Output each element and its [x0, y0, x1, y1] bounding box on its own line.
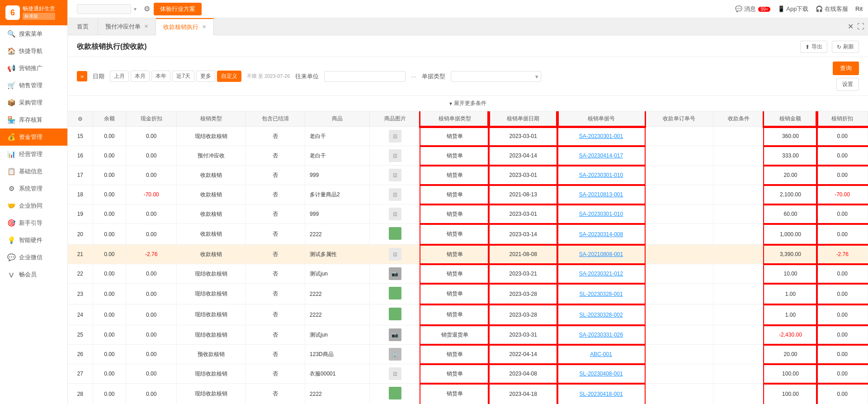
export-button[interactable]: ⬆ 导出 — [800, 41, 827, 53]
tab-prepayment-label: 预付冲应付单 — [105, 23, 141, 31]
date-btn-last-month[interactable]: 上月 — [110, 71, 129, 82]
tab-prepayment-close[interactable]: ✕ — [144, 24, 148, 29]
col-amount: 核销金额 — [764, 111, 817, 127]
date-options-group: 上月 本月 本年 近7天 更多 自定义 — [110, 71, 241, 82]
topbar-brand: ▾ — [73, 4, 140, 14]
row-type: 现结收款核销 — [177, 384, 245, 404]
row-payment-cond — [713, 384, 764, 404]
row-bill-no: SL-20230328-002 — [557, 304, 645, 325]
brand-input[interactable] — [77, 4, 131, 14]
row-goods-img — [369, 384, 420, 404]
online-service-link[interactable]: 🎧 在线客服 — [816, 5, 848, 13]
header-actions: ⬆ 导出 ↻ 刷新 — [800, 41, 859, 53]
query-button[interactable]: 查询 — [833, 62, 859, 75]
row-order-no — [645, 264, 713, 284]
partner-input[interactable] — [324, 71, 406, 82]
sidebar-item-marketing[interactable]: 📢 营销推广 — [0, 60, 67, 77]
settings-icon[interactable]: ⚙ — [144, 5, 150, 13]
sidebar-label-marketing: 营销推广 — [19, 64, 42, 72]
date-btn-custom[interactable]: 自定义 — [217, 71, 241, 82]
row-cash-discount: 0.00 — [126, 264, 177, 284]
sidebar-item-wechat[interactable]: 💬 企业微信 — [0, 249, 67, 266]
row-balance: 0.00 — [93, 166, 126, 185]
sidebar-item-nav[interactable]: 🏠 快捷导航 — [0, 43, 67, 60]
date-btn-more[interactable]: 更多 — [196, 71, 215, 82]
tab-expand-button[interactable]: ⛶ — [857, 23, 864, 31]
sidebar-item-finance[interactable]: 💰 资金管理 — [0, 128, 67, 146]
export-icon: ⬆ — [805, 44, 810, 50]
row-bill-type: 销货单 — [420, 284, 489, 304]
row-no: 28 — [68, 384, 93, 404]
row-goods: 999 — [305, 166, 370, 185]
partner-label: 往来单位 — [295, 72, 319, 81]
row-payment-cond — [713, 127, 764, 146]
sidebar-item-system[interactable]: ⚙ 系统管理 — [0, 180, 67, 197]
row-bill-date: 2021-08-13 — [489, 185, 557, 204]
sidebar-item-collab[interactable]: 🤝 企业协同 — [0, 197, 67, 214]
user-name[interactable]: Rit — [855, 5, 863, 12]
row-order-no — [645, 364, 713, 384]
col-bill-type: 核销单据类型 — [420, 111, 489, 127]
row-discount: 0.00 — [817, 304, 868, 325]
filter-toggle-button[interactable]: » — [77, 71, 87, 81]
table-header-row: ⚙ 余额 现金折扣 核销类型 包含已结清 商品 商品图片 核销单据类型 核销单据… — [68, 111, 868, 127]
date-btn-this-year[interactable]: 本年 — [151, 71, 170, 82]
tab-collection-close[interactable]: ✕ — [202, 24, 206, 30]
sidebar-item-search[interactable]: 🔍 搜索菜单 — [0, 25, 67, 43]
date-btn-7days[interactable]: 近7天 — [172, 71, 194, 82]
bill-type-select[interactable]: 销货单 销货退货单 — [451, 71, 541, 82]
row-amount: 1.00 — [764, 284, 817, 304]
row-discount: 0.00 — [817, 204, 868, 224]
row-included: 否 — [245, 224, 305, 245]
sidebar-item-hardware[interactable]: 💡 智能硬件 — [0, 232, 67, 249]
sidebar-item-vip[interactable]: V 畅会员 — [0, 266, 67, 283]
app-download-link[interactable]: 📱 App下载 — [778, 5, 808, 13]
col-settings[interactable]: ⚙ — [68, 111, 93, 127]
goods-img: 🖼 — [389, 208, 401, 220]
row-order-no — [645, 345, 713, 364]
sidebar-label-guide: 新手引导 — [19, 219, 42, 227]
filter-settings-button[interactable]: 设置 — [836, 78, 859, 91]
row-bill-date: 2023-03-14 — [489, 224, 557, 245]
dropdown-arrow[interactable]: ▾ — [134, 6, 137, 12]
solution-button[interactable]: 体验行业方案 — [154, 3, 202, 15]
row-cash-discount: -2.76 — [126, 245, 177, 264]
purchase-icon: 📦 — [7, 99, 15, 107]
row-bill-type: 销货单 — [420, 364, 489, 384]
sidebar-item-sales[interactable]: 🛒 销售管理 — [0, 77, 67, 94]
row-type: 现结收款核销 — [177, 325, 245, 345]
message-link[interactable]: 💬 消息 99+ — [735, 5, 770, 13]
table-row: 28 0.00 0.00 现结收款核销 否 2222 销货单 2023-04-1… — [68, 384, 868, 404]
marketing-icon: 📢 — [7, 64, 15, 72]
search-icon: 🔍 — [7, 30, 15, 38]
tab-collection[interactable]: 收款核销执行 ✕ — [156, 18, 214, 35]
sidebar-item-purchase[interactable]: 📦 采购管理 — [0, 94, 67, 111]
row-balance: 0.00 — [93, 284, 126, 304]
operations-icon: 📊 — [7, 150, 15, 158]
table-row: 21 0.00 -2.76 收款核销 否 测试多属性 🖼 销货单 2021-08… — [68, 245, 868, 264]
table-row: 16 0.00 0.00 预付冲应收 否 老白干 🖼 销货单 2023-04-1… — [68, 146, 868, 166]
row-discount: 0.00 — [817, 325, 868, 345]
tab-home[interactable]: 首页 — [68, 18, 98, 35]
main-area: ▾ ⚙ 体验行业方案 💬 消息 99+ 📱 App下载 🎧 在线客服 Rit 首… — [68, 0, 868, 404]
refresh-button[interactable]: ↻ 刷新 — [832, 41, 859, 53]
tab-prepayment[interactable]: 预付冲应付单 ✕ — [98, 18, 156, 35]
col-bill-date: 核销单据日期 — [489, 111, 557, 127]
tabs-bar: 首页 预付冲应付单 ✕ 收款核销执行 ✕ ✕ ⛶ — [68, 18, 868, 35]
row-discount: 0.00 — [817, 146, 868, 166]
partner-more-btn[interactable]: ··· — [411, 73, 416, 80]
sidebar-item-operations[interactable]: 📊 经营管理 — [0, 146, 67, 163]
tab-close-all-button[interactable]: ✕ — [848, 22, 854, 31]
expand-conditions-btn[interactable]: ▾ 展开更多条件 — [446, 98, 490, 109]
row-included: 否 — [245, 364, 305, 384]
row-type: 收款核销 — [177, 245, 245, 264]
row-discount: 0.00 — [817, 224, 868, 245]
table-row: 18 0.00 -70.00 收款核销 否 多计量商品2 🖼 销货单 2021-… — [68, 185, 868, 204]
sidebar-item-guide[interactable]: 🎯 新手引导 — [0, 214, 67, 232]
sidebar-item-inventory[interactable]: 🏪 库存核算 — [0, 111, 67, 128]
date-btn-this-month[interactable]: 本月 — [131, 71, 150, 82]
sidebar-item-basicinfo[interactable]: 📋 基础信息 — [0, 163, 67, 180]
col-balance: 余额 — [93, 111, 126, 127]
row-no: 22 — [68, 264, 93, 284]
row-goods-img: 🖼 — [369, 185, 420, 204]
